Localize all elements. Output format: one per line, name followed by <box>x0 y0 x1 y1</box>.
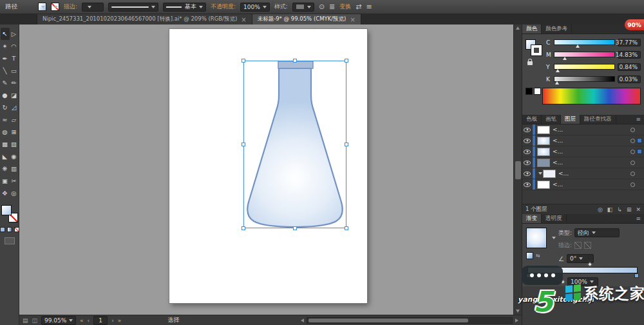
control-menu-icon[interactable]: ≡ <box>366 3 372 11</box>
gradient-presets-caret-icon[interactable] <box>549 234 556 241</box>
yellow-slider[interactable] <box>554 64 615 70</box>
horizontal-scroll-track[interactable] <box>307 317 513 324</box>
frames-icon[interactable]: ◫ <box>32 317 38 324</box>
gradient-fill-chip[interactable] <box>526 252 533 259</box>
document-tab-1[interactable]: Nipic_2457331_20101020230646567000 [转换].… <box>37 14 252 25</box>
reverse-gradient-icon[interactable]: ⇆ <box>536 253 540 259</box>
new-sublayer-icon[interactable]: ↳ <box>617 206 622 213</box>
grid-view-icon[interactable]: ▤ <box>23 317 28 324</box>
paintbrush-tool[interactable]: ✎ <box>1 77 10 89</box>
stroke-color-chip[interactable] <box>51 3 59 11</box>
column-graph-tool[interactable]: ▥ <box>10 162 19 175</box>
layer-row[interactable]: <... <box>522 168 644 179</box>
cyan-slider[interactable] <box>554 39 615 45</box>
pen-tool[interactable]: ✒ <box>1 52 10 64</box>
tab-transparency[interactable]: 透明度 <box>542 214 567 223</box>
black-slider[interactable] <box>554 76 615 82</box>
visibility-toggle[interactable] <box>522 179 533 190</box>
pencil-tool[interactable]: ✏ <box>10 77 19 89</box>
selection-tool[interactable]: ↖ <box>1 28 10 40</box>
delete-layer-icon[interactable]: ✕ <box>636 206 641 213</box>
style-select[interactable] <box>292 3 314 12</box>
document-tab-2[interactable]: 未标题-9* @ 99.05% (CMYK/预览) × <box>252 14 361 25</box>
zoom-select[interactable]: 99.05% <box>41 316 76 325</box>
magenta-slider[interactable] <box>554 52 615 57</box>
yellow-value-field[interactable]: 0.84% <box>618 63 641 71</box>
visibility-toggle[interactable] <box>522 146 533 157</box>
gradient-slider[interactable] <box>527 267 638 273</box>
slice-tool[interactable]: ✂ <box>10 175 19 187</box>
gradient-type-select[interactable]: 径向 <box>574 228 620 237</box>
brush-definition-select[interactable] <box>108 3 158 12</box>
perspective-grid-tool[interactable]: ⊞ <box>10 126 19 138</box>
locate-object-icon[interactable]: ◎ <box>598 206 603 213</box>
panel-menu-icon[interactable]: ≡ <box>632 214 644 223</box>
stroke-gradient-within-icon[interactable] <box>574 242 582 249</box>
tab-gradient[interactable]: 渐变 <box>522 214 542 223</box>
selection-indicator[interactable] <box>637 138 642 143</box>
layer-name[interactable]: <... <box>558 170 630 177</box>
layer-row[interactable]: <... <box>522 157 644 168</box>
gradient-mode-button[interactable] <box>7 227 12 232</box>
next-artboard-icon[interactable]: › <box>111 317 114 324</box>
canvas-area[interactable] <box>19 25 513 315</box>
fill-stroke-proxy[interactable] <box>1 205 18 222</box>
screen-mode-button[interactable] <box>5 237 15 244</box>
white-swatch[interactable] <box>534 88 541 95</box>
stroke-width-select[interactable] <box>82 3 104 12</box>
close-icon[interactable]: × <box>241 16 246 23</box>
none-mode-button[interactable] <box>14 227 19 232</box>
line-segment-tool[interactable]: ╲ <box>1 64 10 77</box>
slider-thumb-icon[interactable] <box>576 44 580 48</box>
hand-tool[interactable]: ✥ <box>1 187 10 199</box>
visibility-toggle[interactable] <box>522 168 533 179</box>
transform-link[interactable]: 变换 <box>339 3 351 11</box>
layer-row[interactable]: <... <box>522 135 644 146</box>
gradient-tool[interactable]: ▨ <box>10 138 19 150</box>
target-circle-icon[interactable] <box>630 172 635 176</box>
magic-wand-tool[interactable]: ✶ <box>1 40 10 52</box>
flask-shape[interactable] <box>247 68 343 227</box>
location-select[interactable]: 100% <box>567 277 598 286</box>
eraser-tool[interactable]: ◪ <box>10 89 19 101</box>
layer-row[interactable]: <... <box>522 124 644 135</box>
gradient-stop-start[interactable] <box>526 273 531 278</box>
align-icon[interactable]: ≣ <box>329 3 335 11</box>
target-circle-icon[interactable] <box>630 182 635 187</box>
opacity-link[interactable]: 不透明度: <box>211 3 236 11</box>
slider-thumb-icon[interactable] <box>563 57 567 60</box>
target-circle-icon[interactable] <box>630 139 635 143</box>
visibility-toggle[interactable] <box>522 135 533 146</box>
layer-name[interactable]: <... <box>553 137 630 144</box>
slider-thumb-icon[interactable] <box>556 69 560 72</box>
layer-name[interactable]: <... <box>553 148 630 155</box>
rotate-tool[interactable]: ↻ <box>1 101 10 113</box>
black-value-field[interactable]: 0.03% <box>618 75 641 83</box>
artboard-number-field[interactable]: 1 <box>93 316 108 325</box>
panel-menu-icon[interactable]: ≡ <box>632 115 644 124</box>
expand-caret-icon[interactable] <box>537 172 543 175</box>
horizontal-scroll-thumb[interactable] <box>308 319 468 322</box>
lasso-tool[interactable]: ◠ <box>10 40 19 52</box>
tab-brushes[interactable]: 画笔 <box>542 115 561 124</box>
mesh-tool[interactable]: ▦ <box>1 138 10 150</box>
color-spectrum[interactable] <box>542 88 641 104</box>
first-artboard-icon[interactable]: « <box>80 317 84 324</box>
width-tool[interactable]: ≈ <box>1 113 10 126</box>
vertical-scrollbar[interactable] <box>513 25 522 315</box>
horizontal-scrollbar[interactable] <box>301 317 518 324</box>
eyedropper-tool[interactable]: ◣ <box>1 150 10 162</box>
type-tool[interactable]: T <box>10 52 19 64</box>
shape-builder-tool[interactable]: ◍ <box>1 126 10 138</box>
gradient-thumbnail[interactable] <box>526 228 547 248</box>
stroke-link[interactable]: 描边: <box>64 3 77 11</box>
target-circle-icon[interactable] <box>630 161 635 165</box>
close-icon[interactable]: × <box>350 16 355 23</box>
black-swatch[interactable] <box>526 88 533 95</box>
tab-pathfinder[interactable]: 路径查找器 <box>580 115 616 124</box>
target-circle-icon[interactable] <box>630 128 635 132</box>
artboard-tool[interactable]: ▣ <box>1 175 10 187</box>
prev-artboard-icon[interactable]: ‹ <box>88 317 90 324</box>
new-layer-icon[interactable]: ⊞ <box>627 206 632 213</box>
gradient-stop-end[interactable] <box>634 273 639 278</box>
